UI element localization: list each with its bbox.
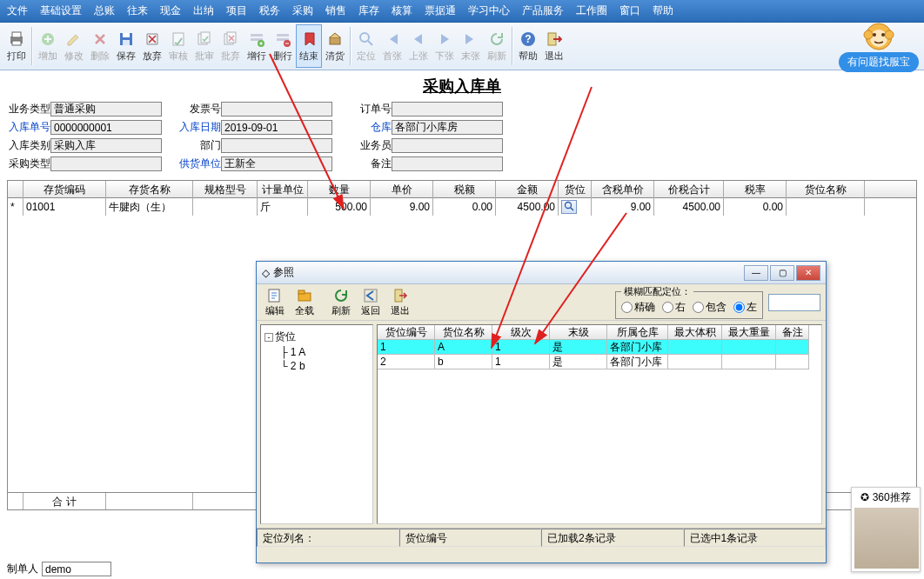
toolbar-print-button[interactable]: 打印 (3, 24, 30, 68)
match-left[interactable]: 左 (733, 300, 757, 315)
input-supplier[interactable] (221, 156, 332, 171)
assistant-mascot[interactable]: 有问题找服宝 (839, 17, 919, 72)
grid-row[interactable]: * 01001 牛腱肉（生） 斤 500.00 9.00 0.00 4500.0… (8, 198, 916, 216)
dlg-return-button[interactable]: 返回 (358, 288, 384, 317)
menu-learn[interactable]: 学习中心 (468, 3, 510, 18)
cell-unit[interactable]: 斤 (258, 198, 308, 216)
close-button[interactable]: ✕ (796, 265, 820, 281)
input-dept[interactable] (221, 138, 332, 153)
match-exact[interactable]: 精确 (621, 300, 655, 315)
col-qty[interactable]: 数量 (308, 181, 371, 198)
menu-sales[interactable]: 销售 (325, 3, 346, 18)
tree-root[interactable]: -货位 (264, 329, 369, 345)
assistant-badge[interactable]: 有问题找服宝 (839, 52, 919, 72)
dialog-row-2[interactable]: 2 b 1 是 各部门小库 (378, 355, 821, 369)
menu-cashier[interactable]: 出纳 (193, 3, 214, 18)
col-total[interactable]: 价税合计 (654, 181, 724, 198)
cell-spec[interactable] (193, 198, 258, 216)
cell-name[interactable]: 牛腱肉（生） (106, 198, 193, 216)
input-in-date[interactable] (221, 120, 332, 135)
menu-workspace[interactable]: 工作圈 (576, 3, 607, 18)
col-tax[interactable]: 税额 (433, 181, 496, 198)
input-order[interactable] (392, 102, 503, 116)
toolbar-addrow-button[interactable]: 增行 (244, 24, 270, 68)
menu-window[interactable]: 窗口 (619, 3, 640, 18)
input-remark[interactable] (392, 156, 503, 171)
cell-code[interactable]: 01001 (23, 198, 106, 216)
tree-node-a[interactable]: ├ 1 A (264, 345, 369, 359)
menu-help[interactable]: 帮助 (653, 3, 673, 18)
input-maker[interactable] (42, 562, 111, 576)
cell-amount[interactable]: 4500.00 (496, 198, 559, 216)
col-amount[interactable]: 金额 (496, 181, 559, 198)
dcol-note[interactable]: 备注 (776, 325, 809, 340)
menu-tax[interactable]: 税务 (259, 3, 280, 18)
col-price[interactable]: 单价 (371, 181, 433, 198)
col-rate[interactable]: 税率 (724, 181, 787, 198)
col-unit[interactable]: 计量单位 (258, 181, 308, 198)
match-contains[interactable]: 包含 (693, 300, 726, 315)
menu-cash[interactable]: 现金 (160, 3, 181, 18)
location-tree[interactable]: -货位 ├ 1 A └ 2 b (260, 324, 373, 524)
menu-product[interactable]: 产品服务 (522, 3, 564, 18)
input-in-no[interactable] (50, 120, 162, 135)
dcol-maxw[interactable]: 最大重量 (722, 325, 776, 340)
toolbar-abandon-button[interactable]: 放弃 (139, 24, 165, 68)
col-spec[interactable]: 规格型号 (193, 181, 258, 198)
dlg-edit-button[interactable]: 编辑 (262, 288, 288, 317)
dcol-leaf[interactable]: 末级 (550, 325, 607, 340)
cell-locname[interactable] (787, 198, 865, 216)
menu-purchase[interactable]: 采购 (292, 3, 313, 18)
cell-tax[interactable]: 0.00 (433, 198, 496, 216)
dialog-search-input[interactable] (768, 294, 820, 311)
input-in-cat[interactable] (50, 138, 162, 153)
col-loc[interactable]: 货位 (559, 181, 592, 198)
cell-price[interactable]: 9.00 (371, 198, 433, 216)
toolbar-clear-button[interactable]: 清货 (322, 24, 348, 68)
col-locname[interactable]: 货位名称 (787, 181, 865, 198)
input-clerk[interactable] (392, 138, 503, 153)
cell-total[interactable]: 4500.00 (654, 198, 724, 216)
col-code[interactable]: 存货编码 (23, 181, 106, 198)
dialog-titlebar[interactable]: ◇ 参照 — ▢ ✕ (257, 262, 826, 284)
dcol-level[interactable]: 级次 (492, 325, 550, 340)
menu-ar[interactable]: 往来 (127, 3, 148, 18)
dialog-row-1[interactable]: 1 A 1 是 各部门小库 (378, 340, 821, 355)
toolbar-finish-button[interactable]: 结束 (296, 24, 322, 68)
dlg-refresh-button[interactable]: 刷新 (328, 288, 354, 317)
toolbar-save-button[interactable]: 保存 (113, 24, 139, 68)
toolbar-help-button[interactable]: ?帮助 (515, 24, 541, 68)
minimize-button[interactable]: — (744, 265, 768, 281)
cell-rate[interactable]: 0.00 (724, 198, 787, 216)
input-invoice[interactable] (221, 102, 332, 116)
match-right[interactable]: 右 (662, 300, 686, 315)
menu-accounting[interactable]: 核算 (392, 3, 412, 18)
cell-loc[interactable] (559, 198, 592, 216)
ad-360[interactable]: ✪ 360推荐 (851, 487, 921, 572)
toolbar-delrow-button[interactable]: 删行 (270, 24, 296, 68)
cell-taxprice[interactable]: 9.00 (592, 198, 654, 216)
menu-invoice[interactable]: 票据通 (425, 3, 456, 18)
input-warehouse[interactable] (392, 120, 503, 135)
col-taxprice[interactable]: 含税单价 (592, 181, 654, 198)
maximize-button[interactable]: ▢ (770, 265, 794, 281)
dlg-exit-button[interactable]: 退出 (387, 288, 413, 317)
menu-project[interactable]: 项目 (226, 3, 247, 18)
dcol-name[interactable]: 货位名称 (435, 325, 492, 340)
input-buy-type[interactable] (50, 156, 162, 171)
lookup-location-button[interactable] (561, 200, 577, 214)
cell-qty[interactable]: 500.00 (308, 198, 371, 216)
menu-basic[interactable]: 基础设置 (40, 3, 82, 18)
collapse-icon[interactable]: - (264, 333, 273, 342)
dcol-maxv[interactable]: 最大体积 (668, 325, 722, 340)
input-biz-type[interactable] (50, 102, 162, 116)
dlg-loadall-button[interactable]: 全载 (291, 288, 318, 317)
toolbar-exit-button[interactable]: 退出 (541, 24, 567, 68)
tree-node-b[interactable]: └ 2 b (264, 359, 369, 373)
dcol-code[interactable]: 货位编号 (378, 325, 435, 340)
menu-inventory[interactable]: 库存 (358, 3, 379, 18)
menu-file[interactable]: 文件 (7, 3, 28, 18)
dcol-wh[interactable]: 所属仓库 (607, 325, 668, 340)
col-name[interactable]: 存货名称 (106, 181, 193, 198)
menu-gl[interactable]: 总账 (94, 3, 115, 18)
